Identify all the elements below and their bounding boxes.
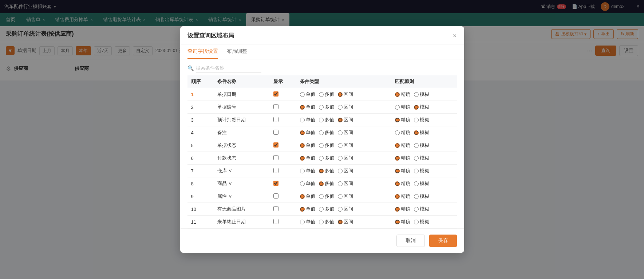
modal-overlay: 设置查询区域布局 × 查询字段设置 布局调整 🔍 顺序 条件名称 [0, 0, 644, 80]
search-icon: 🔍 [187, 65, 194, 71]
dialog-tabs: 查询字段设置 布局调整 [180, 44, 464, 59]
col-header-name: 条件名称 [214, 75, 270, 80]
dialog-tab-layout[interactable]: 布局调整 [227, 44, 247, 59]
dialog-table-wrap: 顺序 条件名称 显示 条件类型 匹配原则 1单据日期单值多值区间精确模糊2单据编… [180, 75, 464, 80]
search-input[interactable] [196, 64, 261, 72]
col-header-type: 条件类型 [296, 75, 391, 80]
dialog-close-btn[interactable]: × [453, 32, 457, 40]
dialog-title: 设置查询区域布局 [187, 32, 234, 40]
dialog-tab-layout-label: 布局调整 [227, 48, 247, 54]
dialog: 设置查询区域布局 × 查询字段设置 布局调整 🔍 顺序 条件名称 [180, 26, 464, 80]
dialog-header: 设置查询区域布局 × [180, 26, 464, 44]
col-header-match: 匹配原则 [391, 75, 457, 80]
col-header-order: 顺序 [187, 75, 214, 80]
dialog-search: 🔍 [180, 59, 464, 75]
dialog-tab-fields[interactable]: 查询字段设置 [187, 44, 218, 59]
dialog-tab-fields-label: 查询字段设置 [187, 48, 218, 54]
col-header-show: 显示 [270, 75, 296, 80]
dialog-table: 顺序 条件名称 显示 条件类型 匹配原则 1单据日期单值多值区间精确模糊2单据编… [187, 75, 457, 80]
